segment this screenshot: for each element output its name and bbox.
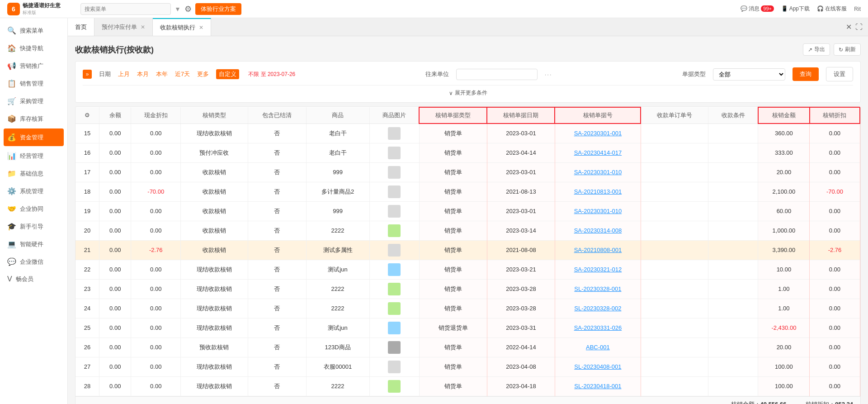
refresh-icon: ↻ [839, 47, 843, 53]
col-header-receipt_condition: 收款条件 [708, 107, 758, 124]
sidebar-item-销售管理[interactable]: 📋销售管理 [0, 75, 67, 92]
sidebar-item-采购管理[interactable]: 🛒采购管理 [0, 92, 67, 110]
solution-button[interactable]: 体验行业方案 [195, 3, 241, 15]
table-row: 220.000.00现结收款核销否测试jun销货单2023-03-21SA-20… [75, 260, 860, 279]
maximize-icon[interactable]: ⛶ [855, 23, 863, 31]
filter-this-year[interactable]: 本年 [156, 70, 168, 78]
cell-verify_doc_type: 销货单 [419, 337, 487, 357]
sidebar-icon: 🤝 [7, 204, 16, 213]
cell-include_settled: 否 [248, 357, 306, 376]
sidebar-item-智能硬件[interactable]: 💻智能硬件 [0, 235, 67, 253]
search-input[interactable] [80, 3, 171, 15]
cell-verify_doc_no[interactable]: SA-20210813-001 [555, 182, 641, 201]
col-header-balance: 余额 [99, 107, 131, 124]
tab-预付冲应付单[interactable]: 预付冲应付单✕ [94, 18, 153, 36]
sidebar-item-经营管理[interactable]: 📊经营管理 [0, 147, 67, 165]
sidebar-item-资金管理[interactable]: 💰资金管理 [4, 128, 64, 146]
col-header-verify_amount: 核销金额 [758, 107, 810, 124]
cell-verify_doc_no[interactable]: SA-20210808-001 [555, 240, 641, 260]
cell-receipt_condition [708, 279, 758, 299]
filter-last-month[interactable]: 上月 [118, 70, 130, 78]
filter-date-range: 不限 至 2023-07-26 [248, 71, 295, 78]
sidebar-icon: 📋 [7, 79, 16, 88]
query-button[interactable]: 查询 [793, 67, 819, 81]
tab-收款核销执行[interactable]: 收款核销执行✕ [153, 18, 211, 36]
user-label: Rit [854, 6, 861, 12]
cell-receipt_condition [708, 221, 758, 240]
filter-expand-button[interactable]: » [83, 70, 92, 79]
cell-balance: 0.00 [99, 124, 131, 143]
cell-verify_doc_no[interactable]: SA-20230301-010 [555, 201, 641, 221]
cell-include_settled: 否 [248, 260, 306, 279]
cell-verify_doc_no[interactable]: SA-20230314-008 [555, 221, 641, 240]
cell-cash_discount: 0.00 [131, 143, 181, 162]
cell-cash_discount: -2.76 [131, 240, 181, 260]
product-image [388, 224, 401, 237]
sidebar-item-label: 采购管理 [20, 97, 43, 105]
tab-close-icon[interactable]: ✕ [199, 24, 203, 31]
export-button[interactable]: ↗ 导出 [803, 43, 830, 56]
cell-verify_doc_no[interactable]: SL-20230418-001 [555, 376, 641, 396]
cell-verify_amount: 360.00 [758, 124, 810, 143]
brand: 6 畅捷通谱好生意 标准版 [7, 2, 75, 16]
sidebar-item-快捷导航[interactable]: 🏠快捷导航 [0, 39, 67, 57]
cell-verify_doc_type: 销货单 [419, 260, 487, 279]
sidebar-item-搜索菜单[interactable]: 🔍搜索菜单 [0, 22, 67, 39]
settings-button[interactable]: 设置 [826, 67, 853, 81]
app-download-link[interactable]: 📱 App下载 [781, 5, 810, 13]
sidebar-item-营销推广[interactable]: 📢营销推广 [0, 57, 67, 75]
cell-verify_doc_no[interactable]: ABC-001 [555, 337, 641, 357]
tab-close-icon[interactable]: ✕ [141, 24, 145, 30]
cell-product_image [369, 240, 419, 260]
tab-首页[interactable]: 首页 [68, 18, 94, 36]
cell-product_image [369, 260, 419, 279]
filter-this-month[interactable]: 本月 [137, 70, 149, 78]
settings-icon[interactable]: ⚙ [184, 4, 192, 14]
cell-verify_type: 收款核销 [181, 240, 248, 260]
cell-verify_doc_no[interactable]: SA-20230331-026 [555, 318, 641, 337]
sidebar-item-label: 销售管理 [20, 80, 43, 88]
filter-custom[interactable]: 自定义 [216, 69, 239, 79]
sidebar-item-畅会员[interactable]: V畅会员 [0, 271, 67, 288]
sidebar-item-基础信息[interactable]: 📁基础信息 [0, 165, 67, 182]
cell-verify_discount: 0.00 [810, 337, 860, 357]
sidebar: 🔍搜索菜单🏠快捷导航📢营销推广📋销售管理🛒采购管理📦库存核算💰资金管理📊经营管理… [0, 18, 68, 404]
sidebar-item-系统管理[interactable]: ⚙️系统管理 [0, 182, 67, 200]
sidebar-item-企业协同[interactable]: 🤝企业协同 [0, 200, 67, 218]
receipt-type-select[interactable]: 全部 [713, 68, 785, 81]
cell-verify_doc_no[interactable]: SL-20230328-001 [555, 279, 641, 299]
filter-row: » 日期 上月 本月 本年 近7天 更多 自定义 不限 至 2023-07-26… [83, 67, 853, 81]
from-unit-input[interactable] [456, 69, 538, 80]
online-service-link[interactable]: 🎧 在线客服 [817, 5, 847, 13]
data-table: ⚙余额现金折扣核销类型包含已结清商品商品图片核销单据类型核销单据日期核销单据号收… [75, 107, 860, 396]
sidebar-item-新手引导[interactable]: 🎓新手引导 [0, 218, 67, 235]
dropdown-arrow-icon[interactable]: ▼ [175, 5, 181, 13]
cell-verify_doc_no[interactable]: SA-20230301-001 [555, 124, 641, 143]
cell-no: 28 [75, 376, 99, 396]
cell-product: 2222 [306, 299, 369, 318]
sidebar-item-企业微信[interactable]: 💬企业微信 [0, 253, 67, 271]
cell-product_image [369, 318, 419, 337]
cell-verify_doc_no[interactable]: SL-20230328-002 [555, 299, 641, 318]
filter-more[interactable]: 更多 [197, 70, 209, 78]
cell-verify_doc_no[interactable]: SA-20230301-010 [555, 162, 641, 182]
cell-receipt_condition [708, 182, 758, 201]
close-window-icon[interactable]: ✕ [846, 23, 852, 31]
sidebar-item-label: 快捷导航 [20, 44, 43, 52]
layout: 🔍搜索菜单🏠快捷导航📢营销推广📋销售管理🛒采购管理📦库存核算💰资金管理📊经营管理… [0, 18, 868, 404]
cell-verify_doc_no[interactable]: SA-20230414-017 [555, 143, 641, 162]
sidebar-item-库存核算[interactable]: 📦库存核算 [0, 110, 67, 128]
product-image [388, 302, 401, 315]
message-icon[interactable]: 💬 消息 99+ [741, 5, 774, 13]
cell-verify_discount: 0.00 [810, 143, 860, 162]
refresh-button[interactable]: ↻ 刷新 [834, 43, 861, 56]
cell-verify_doc_no[interactable]: SA-20230321-012 [555, 260, 641, 279]
expand-more-button[interactable]: ∨ 展开更多条件 [83, 85, 853, 97]
cell-receipt_order_no [641, 201, 708, 221]
cell-verify_doc_type: 销货单 [419, 240, 487, 260]
filter-7days[interactable]: 近7天 [175, 70, 190, 78]
cell-product: 2222 [306, 221, 369, 240]
cell-verify_doc_no[interactable]: SL-20230408-001 [555, 357, 641, 376]
cell-receipt_condition [708, 376, 758, 396]
cell-receipt_condition [708, 124, 758, 143]
